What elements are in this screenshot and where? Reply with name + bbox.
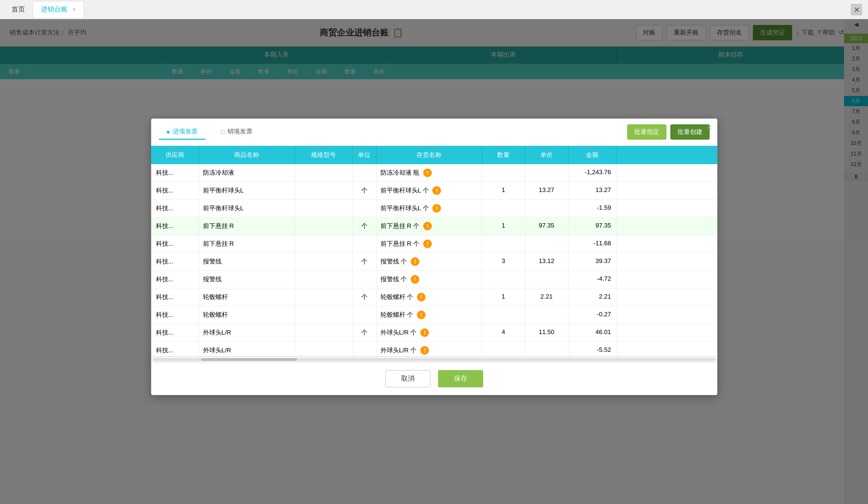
cell-unit-price [525, 271, 569, 288]
tab-home[interactable]: 首页 [4, 1, 33, 18]
warn-icon: ! [411, 275, 419, 284]
cell-inventory-name: 外球头L/R 个 ! [377, 324, 482, 341]
table-row[interactable]: 科技... 外球头L/R 个 外球头L/R 个 ! 4 11.50 46.01 [151, 324, 717, 342]
col-unit-price: 单价 [525, 146, 569, 164]
cell-quantity: 3 [482, 253, 525, 270]
col-unit: 单位 [353, 146, 377, 164]
cell-inventory-name: 前下悬挂 R 个 ! [377, 235, 482, 252]
col-product-name: 商品名称 [199, 146, 295, 164]
tab-close-icon[interactable]: × [72, 6, 76, 13]
window-close-button[interactable]: ✕ [851, 4, 862, 15]
cell-amount: -11.68 [569, 235, 617, 252]
cell-unit-price: 97.35 [525, 217, 569, 235]
cell-product-name: 前下悬挂 R [199, 235, 295, 252]
tab-bar: 首页 进销台账 × ✕ [0, 0, 868, 19]
tab-invoice-out[interactable]: □ 销项发票 [213, 124, 260, 140]
cell-quantity [482, 200, 525, 217]
modal-table: 供应商 商品名称 规格型号 单位 存货名称 数量 单价 金额 科技... 防冻冷… [151, 146, 717, 356]
batch-assign-button[interactable]: 批量指定 [627, 124, 666, 140]
tab-active-label: 进销台账 [41, 5, 68, 14]
cell-supplier: 科技... [151, 217, 199, 235]
cell-supplier: 科技... [151, 235, 199, 252]
cell-quantity: 1 [482, 288, 525, 306]
cell-unit-price [525, 235, 569, 252]
cell-inventory-name: 轮毂螺杆 个 ! [377, 288, 482, 306]
cell-unit: 个 [353, 324, 377, 341]
col-spec: 规格型号 [295, 146, 353, 164]
col-quantity: 数量 [482, 146, 525, 164]
cell-unit-price [525, 306, 569, 324]
table-row[interactable]: 科技... 轮毂螺杆 个 轮毂螺杆 个 ! 1 2.21 2.21 [151, 288, 717, 306]
cell-spec [295, 235, 353, 252]
warn-icon: ! [417, 311, 426, 319]
cell-unit: 个 [353, 288, 377, 306]
cell-supplier: 科技... [151, 253, 199, 270]
cell-quantity [482, 164, 525, 181]
warn-icon: ! [417, 293, 426, 301]
cell-inventory-name: 轮毂螺杆 个 ! [377, 306, 482, 324]
cell-product-name: 前平衡杆球头L [199, 182, 295, 199]
table-row[interactable]: 科技... 防冻冷却液 防冻冷却液 瓶 ! -1,243.76 [151, 164, 717, 182]
cell-unit [353, 271, 377, 288]
cell-quantity [482, 342, 525, 356]
tab-invoice-in[interactable]: ● 进项发票 [159, 124, 206, 140]
cell-inventory-name: 报警线 个 ! [377, 253, 482, 270]
modal-header: ● 进项发票 □ 销项发票 批量指定 批量创建 × [151, 119, 717, 146]
cell-unit: 个 [353, 182, 377, 199]
table-row[interactable]: 科技... 前平衡杆球头L 前平衡杆球头L 个 ! -1.59 [151, 200, 717, 217]
modal-header-actions: 批量指定 批量创建 [627, 124, 710, 140]
table-row[interactable]: 科技... 报警线 个 报警线 个 ! 3 13.12 39.37 [151, 253, 717, 271]
cell-inventory-name: 前平衡杆球头L 个 ! [377, 200, 482, 217]
modal-close-button[interactable]: × [706, 123, 712, 132]
cell-spec [295, 306, 353, 324]
table-row[interactable]: 科技... 外球头L/R 外球头L/R 个 ! -5.52 [151, 342, 717, 356]
scrollbar-thumb[interactable] [201, 358, 297, 361]
cell-inventory-name: 报警线 个 ! [377, 271, 482, 288]
cell-unit: 个 [353, 253, 377, 270]
table-row[interactable]: 科技... 报警线 报警线 个 ! -4.72 [151, 271, 717, 288]
cell-spec [295, 164, 353, 181]
cell-product-name: 外球头L/R [199, 342, 295, 356]
cell-spec [295, 253, 353, 270]
tab-invoice-out-label: 销项发票 [227, 127, 252, 136]
col-supplier: 供应商 [151, 146, 199, 164]
cell-product-name: 轮毂螺杆 [199, 306, 295, 324]
cell-unit [353, 200, 377, 217]
cell-quantity: 1 [482, 217, 525, 235]
main-content: 销售成本计算方法： 月平均 商贸企业进销台账 📋 对账 重新开账 存货别名 生成… [0, 19, 868, 504]
cell-unit-price [525, 200, 569, 217]
cell-unit [353, 306, 377, 324]
invoice-in-icon: ● [166, 128, 170, 135]
batch-create-button[interactable]: 批量创建 [670, 124, 710, 140]
tab-active[interactable]: 进销台账 × [33, 1, 84, 18]
table-row[interactable]: 科技... 前下悬挂 R 个 前下悬挂 R 个 ! 1 97.35 97.35 [151, 217, 717, 235]
modal-table-body[interactable]: 科技... 防冻冷却液 防冻冷却液 瓶 ! -1,243.76 科技... 前平… [151, 164, 717, 356]
table-row[interactable]: 科技... 前平衡杆球头L 个 前平衡杆球头L 个 ! 1 13.27 13.2… [151, 182, 717, 200]
cell-spec [295, 288, 353, 306]
cell-unit-price: 11.50 [525, 324, 569, 341]
cell-quantity: 4 [482, 324, 525, 341]
modal-table-header: 供应商 商品名称 规格型号 单位 存货名称 数量 单价 金额 [151, 146, 717, 164]
cell-supplier: 科技... [151, 164, 199, 181]
cell-amount: -0.27 [569, 306, 617, 324]
invoice-out-icon: □ [221, 128, 225, 135]
table-row[interactable]: 科技... 前下悬挂 R 前下悬挂 R 个 ! -11.68 [151, 235, 717, 253]
cell-quantity [482, 306, 525, 324]
cell-supplier: 科技... [151, 288, 199, 306]
modal-scrollbar[interactable] [151, 356, 717, 362]
cell-inventory-name: 防冻冷却液 瓶 ! [377, 164, 482, 181]
cell-amount: 13.27 [569, 182, 617, 199]
cancel-button[interactable]: 取消 [385, 370, 430, 387]
cell-unit-price: 2.21 [525, 288, 569, 306]
warn-icon: ! [423, 168, 432, 177]
table-row[interactable]: 科技... 轮毂螺杆 轮毂螺杆 个 ! -0.27 [151, 306, 717, 324]
cell-product-name: 报警线 [199, 253, 295, 270]
cell-unit-price [525, 164, 569, 181]
warn-icon: ! [423, 240, 432, 248]
cell-spec [295, 271, 353, 288]
scrollbar-track[interactable] [153, 358, 715, 361]
cell-amount: 2.21 [569, 288, 617, 306]
save-button[interactable]: 保存 [438, 370, 483, 387]
modal-dialog: ● 进项发票 □ 销项发票 批量指定 批量创建 × 供应商 商品名称 规 [151, 119, 717, 395]
cell-inventory-name: 前平衡杆球头L 个 ! [377, 182, 482, 199]
